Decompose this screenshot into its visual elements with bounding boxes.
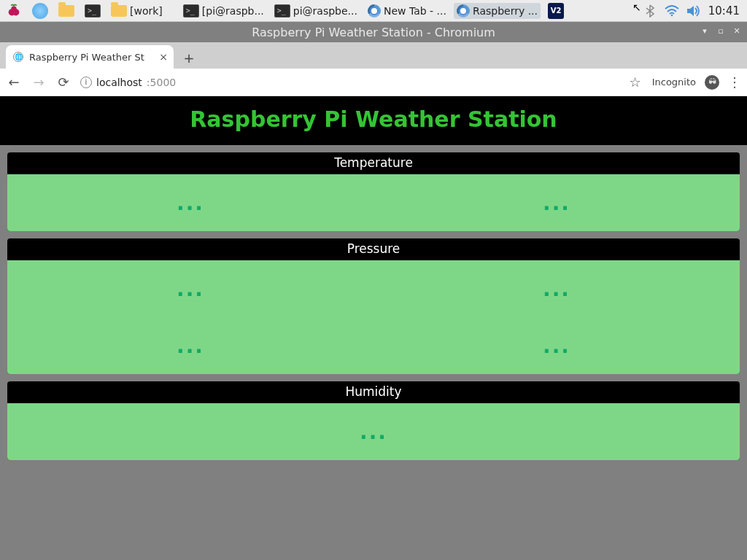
taskbar-label: [pi@raspb...: [202, 5, 264, 17]
window-minimize-button[interactable]: ▾: [699, 25, 711, 36]
clock[interactable]: 10:41: [708, 4, 740, 18]
metric-value: ...: [374, 174, 740, 231]
new-tab-button[interactable]: +: [181, 50, 197, 66]
taskbar-label: [work]: [130, 5, 163, 17]
metric-value: ...: [374, 260, 740, 317]
terminal-icon: >_: [274, 4, 290, 18]
taskbar-folder-work[interactable]: [work]: [108, 4, 166, 18]
taskbar-label: Raspberry ...: [473, 5, 538, 17]
metric-value: ...: [7, 403, 740, 460]
card-title: Pressure: [7, 238, 740, 260]
taskbar-window-terminal-2[interactable]: >_ pi@raspbe...: [271, 3, 360, 19]
taskbar-window-chromium-1[interactable]: New Tab - ...: [365, 3, 449, 19]
bookmark-icon[interactable]: ☆: [627, 74, 643, 90]
browser-tabstrip: 🌐 Raspberry Pi Weather St × +: [0, 42, 747, 69]
globe-icon: 🌐: [13, 52, 23, 62]
folder-icon: [58, 5, 74, 17]
taskbar-label: pi@raspbe...: [293, 5, 357, 17]
card-grid: ......: [7, 174, 740, 231]
close-icon[interactable]: ×: [159, 51, 168, 63]
site-info-icon[interactable]: i: [80, 77, 92, 88]
metric-value: ...: [7, 317, 374, 374]
svg-point-2: [11, 6, 16, 11]
system-tray: 10:41: [643, 4, 744, 18]
wifi-icon[interactable]: [665, 4, 679, 18]
metric-card: Pressure............: [7, 238, 740, 374]
tab-title: Raspberry Pi Weather St: [29, 52, 144, 63]
reload-button[interactable]: ⟳: [55, 74, 71, 90]
card-list: Temperature......Pressure............Hum…: [0, 145, 747, 467]
incognito-label: Incognito: [652, 77, 696, 88]
page-title: Raspberry Pi Weather Station: [0, 96, 747, 145]
metric-card: Humidity...: [7, 381, 740, 460]
taskbar-web[interactable]: [29, 1, 51, 20]
back-button[interactable]: ←: [6, 74, 22, 90]
volume-icon[interactable]: [686, 4, 701, 18]
taskbar-window-terminal-1[interactable]: >_ [pi@raspb...: [180, 3, 267, 19]
window-maximize-button[interactable]: ▫: [715, 25, 727, 36]
taskbar-label: New Tab - ...: [384, 5, 446, 17]
metric-card: Temperature......: [7, 152, 740, 231]
window-close-button[interactable]: ✕: [731, 25, 743, 36]
vnc-icon: V2: [548, 3, 564, 19]
metric-value: ...: [7, 174, 374, 231]
globe-icon: [32, 3, 48, 19]
forward-button[interactable]: →: [31, 74, 47, 90]
terminal-icon: >_: [183, 4, 199, 18]
incognito-icon: 🕶: [705, 75, 719, 90]
folder-icon: [111, 5, 127, 17]
taskbar-files[interactable]: [55, 4, 77, 18]
taskbar-window-chromium-2[interactable]: Raspberry ...: [454, 3, 541, 19]
metric-value: ...: [7, 260, 374, 317]
url-host: localhost: [96, 77, 142, 88]
browser-menu-button[interactable]: ⋮: [728, 74, 741, 90]
window-titlebar: Raspberry Pi Weather Station - Chromium …: [0, 22, 747, 42]
bluetooth-icon[interactable]: [643, 4, 657, 18]
window-title: Raspberry Pi Weather Station - Chromium: [252, 26, 495, 39]
card-title: Temperature: [7, 152, 740, 174]
svg-point-3: [670, 14, 673, 16]
browser-toolbar: ← → ⟳ i localhost:5000 ☆ Incognito 🕶 ⋮: [0, 69, 747, 96]
taskbar-window-vnc[interactable]: V2: [545, 1, 567, 20]
chromium-icon: [457, 4, 470, 18]
terminal-icon: >_: [85, 4, 101, 18]
card-grid: ...: [7, 403, 740, 460]
chromium-icon: [368, 4, 381, 18]
url-port: :5000: [147, 77, 176, 88]
metric-value: ...: [374, 317, 740, 374]
card-title: Humidity: [7, 381, 740, 403]
taskbar-terminal[interactable]: >_: [82, 3, 104, 19]
taskbar-menu[interactable]: [3, 1, 25, 20]
address-bar[interactable]: i localhost:5000: [80, 77, 619, 88]
os-taskbar: >_ [work] >_ [pi@raspb... >_ pi@raspbe..…: [0, 0, 747, 22]
browser-tab[interactable]: 🌐 Raspberry Pi Weather St ×: [6, 45, 174, 69]
card-grid: ............: [7, 260, 740, 374]
raspberry-icon: [6, 3, 22, 19]
page-viewport: Raspberry Pi Weather Station Temperature…: [0, 96, 747, 560]
